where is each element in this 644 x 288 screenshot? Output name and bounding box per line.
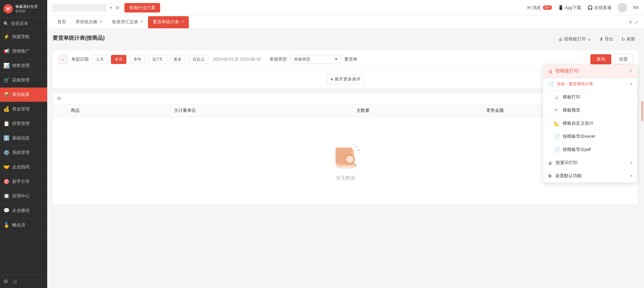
trial-button[interactable]: 体验行业方案: [124, 3, 160, 12]
tab-order-stats-close[interactable]: ✕: [181, 20, 184, 24]
headset-icon: 🎧: [587, 5, 593, 10]
sidebar-search[interactable]: 🔍 搜索菜单: [0, 18, 47, 30]
dropdown-group-display-print[interactable]: 🖨 按显示打印 ▾: [543, 156, 637, 169]
purchase-icon: 🛒: [3, 77, 9, 83]
content-scrollbar[interactable]: [641, 101, 643, 121]
sidebar-item-member[interactable]: 🏅 畅会员: [0, 218, 47, 232]
dropdown-title: 按模板打印: [555, 68, 579, 74]
sidebar-item-inventory[interactable]: 📦 库存核算: [0, 88, 47, 102]
print-button[interactable]: 🖨 按模板打印 ▲: [555, 34, 595, 44]
tab-receipts-summary-close[interactable]: ✕: [140, 20, 143, 24]
tab-inventory-batch[interactable]: 库存批次账 ✕: [71, 16, 107, 28]
tab-home[interactable]: 首页: [53, 16, 71, 28]
filter-expand-arrow[interactable]: ›: [58, 55, 68, 64]
sidebar-item-finance[interactable]: 💰 资金管理: [0, 102, 47, 117]
sidebar-item-label: 基础信息: [12, 135, 30, 141]
more-options-icon[interactable]: ···: [583, 54, 588, 64]
marketing-icon: 📢: [3, 48, 9, 54]
logo-icon: W: [3, 4, 13, 13]
volume-icon[interactable]: ◁: [12, 278, 16, 285]
operations-icon: 📋: [3, 121, 9, 127]
tab-receipts-summary[interactable]: 收发存汇总表 ✕: [107, 16, 148, 28]
date-filter-label: 单据日期: [71, 56, 89, 62]
sidebar-bottom: ⚙ ◁: [0, 275, 47, 288]
user-name: Rit: [633, 5, 639, 10]
system-icon: ⚙️: [3, 150, 9, 156]
app-download-label: App下载: [565, 5, 581, 11]
dropdown-current-item[interactable]: 📄 当前：要货单统计表 ▾: [543, 78, 637, 91]
date-btn-this-year[interactable]: 本年: [130, 55, 145, 64]
guide-icon: 🎯: [3, 179, 9, 185]
logo-badge: 标准版: [16, 9, 38, 13]
sidebar-item-sales[interactable]: 📊 销售管理: [0, 59, 47, 73]
sidebar-logo: W 畅赢通好生意 标准版: [0, 0, 47, 18]
topbar-gear-icon[interactable]: ⚙: [115, 5, 120, 10]
user-avatar[interactable]: [618, 3, 627, 12]
topbar-search-input[interactable]: [53, 4, 107, 12]
sidebar: W 畅赢通好生意 标准版 🔍 搜索菜单 ⚡ 快捷导航 📢 营销推广 📊 销售管理…: [0, 0, 47, 288]
dropdown-group-set-default[interactable]: ⚙ 设置默认功能 ▾: [543, 169, 637, 183]
svg-point-10: [356, 146, 357, 148]
sidebar-item-wechat[interactable]: 💬 企业微信: [0, 203, 47, 218]
sidebar-item-basic[interactable]: ℹ️ 基础信息: [0, 131, 47, 146]
table-gear-icon[interactable]: ⚙: [57, 96, 61, 101]
refresh-label: 刷新: [626, 36, 635, 42]
sidebar-item-collab[interactable]: 🤝 企业协同: [0, 160, 47, 174]
sidebar-item-purchase[interactable]: 🛒 采购管理: [0, 73, 47, 88]
print-chevron-icon[interactable]: ▲: [587, 37, 591, 41]
messages-button[interactable]: ✉ 消息 99+: [527, 5, 552, 11]
dropdown-item-template-preview[interactable]: 👁 模板预览: [543, 104, 637, 117]
type-filter-label: 单据类型: [269, 56, 287, 62]
settings-button[interactable]: 设置: [614, 54, 633, 64]
date-btn-custom[interactable]: 自定义: [189, 55, 208, 64]
date-range-display: 2023-06-01 至 2023-06-30: [213, 57, 261, 62]
tab-close-all-icon[interactable]: ✕: [628, 20, 633, 25]
date-btn-7days[interactable]: 近7天: [149, 55, 167, 64]
sidebar-item-label: 企业协同: [12, 164, 30, 170]
display-print-chevron: ▾: [630, 160, 632, 165]
dropdown-header: 🖨 按模板打印 ×: [543, 65, 637, 78]
tab-inventory-batch-close[interactable]: ✕: [99, 20, 103, 24]
topbar-chevron-icon[interactable]: ▾: [110, 5, 112, 10]
app-download-button[interactable]: 📱 App下载: [558, 5, 581, 11]
basic-icon: ℹ️: [3, 135, 9, 141]
date-btn-this-month[interactable]: 本月: [111, 55, 126, 64]
logo-text: 畅赢通好生意: [16, 4, 38, 9]
sidebar-item-apps[interactable]: 🔲 应用中心: [0, 189, 47, 203]
sidebar-item-marketing[interactable]: 📢 营销推广: [0, 44, 47, 59]
tab-order-stats[interactable]: 要货单统计表 ✕: [148, 16, 189, 28]
date-btn-more[interactable]: 更多: [170, 55, 185, 64]
date-btn-last-month[interactable]: 上月: [92, 55, 108, 64]
quick-nav-icon: ⚡: [3, 34, 9, 40]
display-print-icon: 🖨: [548, 160, 552, 165]
goods-filter-label: 要货单: [344, 56, 357, 62]
sidebar-item-label: 应用中心: [12, 193, 30, 199]
settings-bottom-icon[interactable]: ⚙: [3, 278, 8, 285]
finance-icon: 💰: [3, 106, 9, 112]
member-icon: 🏅: [3, 222, 9, 228]
online-service-button[interactable]: 🎧 在线客服: [587, 5, 612, 11]
dropdown-close-icon[interactable]: ×: [629, 68, 632, 74]
dropdown-item-template-design[interactable]: 📐 模板自定义设计: [543, 117, 637, 130]
sidebar-item-quick-nav[interactable]: ⚡ 快捷导航: [0, 30, 47, 44]
sidebar-item-operations[interactable]: 📋 经营管理: [0, 117, 47, 131]
search-icon: 🔍: [3, 21, 9, 26]
expand-more-button[interactable]: ▾ 展开更多条件: [327, 74, 364, 84]
sidebar-item-label: 采购管理: [12, 77, 30, 83]
sidebar-item-system[interactable]: ⚙️ 系统管理: [0, 146, 47, 160]
refresh-button[interactable]: ↻ 刷新: [618, 34, 639, 44]
dropdown-item-export-pdf[interactable]: 📄 按模板导出pdf: [543, 143, 637, 156]
export-pdf-icon: 📄: [554, 147, 559, 152]
expand-more-label: 展开更多条件: [334, 76, 361, 82]
tab-expand-icon[interactable]: ⤢: [635, 20, 639, 25]
sidebar-item-guide[interactable]: 🎯 新手引导: [0, 174, 47, 189]
message-icon: ✉: [527, 5, 531, 10]
dropdown-item-template-print[interactable]: 🖨 模板打印: [543, 91, 637, 104]
template-design-label: 模板自定义设计: [563, 120, 632, 126]
sidebar-item-label: 新手引导: [12, 179, 30, 185]
dropdown-item-export-excel[interactable]: 📄 按模板导出excel: [543, 130, 637, 143]
export-label: 导出: [605, 36, 613, 42]
type-filter-select[interactable]: 单据类型: [290, 55, 341, 64]
export-button[interactable]: ⬆ 导出: [596, 34, 617, 44]
query-button[interactable]: 查询: [590, 54, 611, 64]
